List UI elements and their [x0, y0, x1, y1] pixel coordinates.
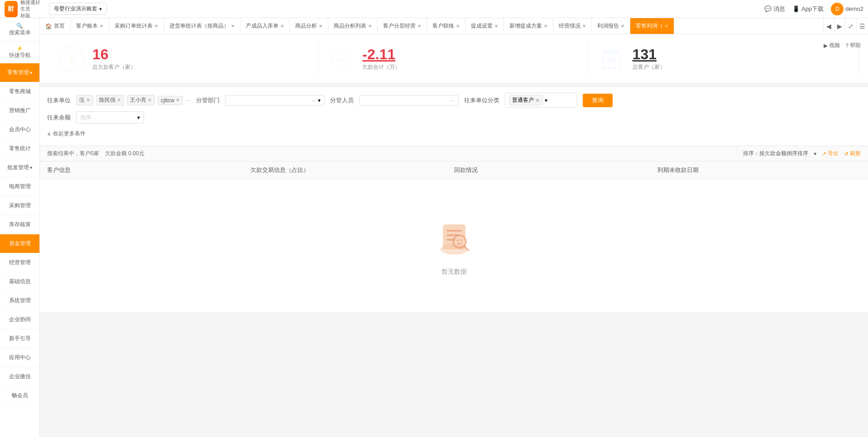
sidebar-item-vip[interactable]: 畅会员 — [0, 386, 39, 405]
tab-close-icon[interactable]: ✕ — [319, 24, 322, 28]
sidebar-search[interactable]: 🔍 搜索菜单 — [0, 18, 39, 42]
sidebar-item-wechat[interactable]: 企业微信 — [0, 367, 39, 386]
tab-add-commission[interactable]: 新增提成方案 ✕ — [504, 18, 553, 34]
badge-icon: ✦ — [328, 45, 355, 72]
messages-button[interactable]: 💬 消息 — [764, 5, 785, 13]
chevron-down-classify: ▾ — [545, 97, 547, 104]
tab-product-analysis[interactable]: 商品分析 ✕ — [290, 18, 328, 34]
filter-row-2: 往来余额 选择... ▾ — [47, 111, 861, 124]
tab-close-icon[interactable]: ✕ — [494, 24, 498, 28]
tab-purchase-stats[interactable]: 采购订单统计表 ✕ — [109, 18, 164, 34]
tab-home[interactable]: 🏠 首页 — [40, 18, 71, 34]
manager-select[interactable]: ··· — [359, 95, 459, 106]
sidebar-item-member[interactable]: 会员中心 — [0, 120, 39, 139]
tab-product-analysis-list[interactable]: 商品分析列表 ✕ — [328, 18, 378, 34]
th-debt: 欠款交易信息（占比） — [250, 166, 454, 174]
sidebar-item-inventory[interactable]: 库存核算 — [0, 215, 39, 234]
query-button[interactable]: 查询 — [583, 94, 613, 107]
tab-close-icon[interactable]: ✕ — [368, 24, 372, 28]
tab-menu[interactable]: ☰ — [856, 18, 868, 34]
sidebar-item-retail[interactable]: 零售管理 ▾ — [0, 63, 39, 82]
refresh-icon: ↺ — [844, 151, 849, 157]
tab-scroll-right[interactable]: ▶ — [834, 18, 845, 34]
sidebar-item-retail-stats[interactable]: 零售统计 — [0, 139, 39, 158]
sidebar-item-basic[interactable]: 基础信息 — [0, 272, 39, 291]
tab-customer-tier[interactable]: 客户分层经营 ✕ — [378, 18, 427, 34]
sidebar-item-label: 企业协同 — [9, 316, 31, 323]
sidebar-item-marketing[interactable]: 营销推广 — [0, 101, 39, 120]
classify-tag-close[interactable]: ✕ — [535, 97, 540, 104]
tab-customer-contact[interactable]: 客户联络 ✕ — [427, 18, 465, 34]
collapse-button[interactable]: ∧ 收起更多条件 — [47, 130, 861, 138]
sidebar-item-purchase[interactable]: 采购管理 — [0, 196, 39, 215]
filter-tag-wang[interactable]: 王小亮 ✕ — [127, 95, 155, 105]
tab-close-icon[interactable]: ✕ — [456, 24, 460, 28]
workspace-selector[interactable]: 母婴行业演示账套 ▾ — [49, 3, 107, 15]
tab-close-icon[interactable]: ✕ — [544, 24, 547, 28]
sidebar-item-collab[interactable]: 企业协同 — [0, 310, 39, 329]
svg-rect-4 — [603, 52, 620, 68]
classify-select[interactable]: 普通客户 ✕ ▾ — [505, 93, 577, 108]
filter-more-btn[interactable]: ··· — [186, 97, 191, 104]
tag-close-wang[interactable]: ✕ — [148, 97, 152, 103]
stat-label-customers: 总欠款客户（家） — [92, 63, 136, 71]
refresh-button[interactable]: ↺ 刷新 — [844, 150, 861, 157]
filter-tag-cjttcw[interactable]: cjttcw ✕ — [158, 96, 183, 105]
sidebar-item-operations[interactable]: 经营管理 — [0, 253, 39, 272]
tab-profit-report[interactable]: 利润报告 ✕ — [592, 18, 630, 34]
tab-retail-profit[interactable]: 零售利润（ ✕ — [630, 18, 674, 34]
app-download-button[interactable]: 📱 App下载 — [792, 5, 824, 13]
tab-customer-ledger[interactable]: 客户账本 ✕ — [71, 18, 109, 34]
tab-business-status[interactable]: 经营情况 ✕ — [553, 18, 592, 34]
sidebar-item-retail-mall[interactable]: 零售商城 — [0, 82, 39, 101]
chevron-icon: ▾ — [30, 165, 32, 170]
sidebar-item-finance[interactable]: 资金管理 — [0, 234, 39, 253]
sidebar-item-guide[interactable]: 新手引导 — [0, 329, 39, 348]
tab-commission-settings[interactable]: 提成设置 ✕ — [465, 18, 504, 34]
tag-close-chen[interactable]: ✕ — [117, 97, 121, 103]
tab-close-icon[interactable]: ✕ — [154, 24, 158, 28]
dept-filter-label: 分管部门 — [196, 96, 220, 104]
balance-select[interactable]: 选择... ▾ — [76, 111, 144, 124]
filter-tag-chen[interactable]: 陈民强 ✕ — [96, 95, 124, 105]
sidebar-item-system[interactable]: 系统管理 — [0, 291, 39, 310]
tab-close-icon[interactable]: ✕ — [417, 24, 421, 28]
sidebar-item-wholesale[interactable]: 批发管理 ▾ — [0, 158, 39, 177]
unit-filter-label: 往来单位 — [47, 96, 71, 104]
sidebar-item-label: 营销推广 — [9, 107, 31, 114]
tab-scroll-left[interactable]: ◀ — [823, 18, 834, 34]
stats-row: ¥ 16 总欠款客户（家） ✦ — [40, 34, 868, 84]
tab-close-icon[interactable]: ✕ — [582, 24, 586, 28]
tab-close-icon[interactable]: ✕ — [621, 24, 624, 28]
collapse-area: ∧ 收起更多条件 — [47, 127, 861, 140]
chevron-icon: ▾ — [30, 70, 32, 75]
user-profile[interactable]: D demo2 — [831, 3, 863, 15]
tab-inbound-stats[interactable]: 进货单统计表（按商品） ✕ — [164, 18, 240, 34]
video-icon: ▶ — [824, 43, 828, 49]
page-content: ¥ 16 总欠款客户（家） ✦ — [40, 34, 868, 437]
balance-filter-label: 往来余额 — [47, 114, 71, 122]
sidebar-item-label: 批发管理 — [7, 164, 29, 171]
tab-maximize[interactable]: ⤢ — [845, 18, 856, 34]
sidebar-item-apps[interactable]: 应用中心 — [0, 348, 39, 367]
export-button[interactable]: ↗ 导出 — [822, 150, 839, 157]
tag-close-wu[interactable]: ✕ — [86, 97, 90, 103]
tab-product-inbound[interactable]: 产成品入库单 ✕ — [240, 18, 290, 34]
tab-close-icon[interactable]: ✕ — [100, 24, 103, 28]
tag-close-cjttcw[interactable]: ✕ — [176, 97, 180, 103]
filter-tag-wu[interactable]: 伍 ✕ — [76, 95, 93, 105]
sidebar-quick-nav[interactable]: ⚡ 快捷导航 — [0, 42, 39, 63]
tab-close-icon[interactable]: ✕ — [280, 24, 284, 28]
tab-close-icon[interactable]: ✕ — [665, 24, 668, 28]
tab-close-icon[interactable]: ✕ — [231, 24, 235, 28]
tab-bar: 🏠 首页 客户账本 ✕ 采购订单统计表 ✕ 进货单统计表（按商品） ✕ 产成品入… — [40, 18, 868, 34]
top-right: 💬 消息 📱 App下载 D demo2 — [764, 3, 863, 15]
sidebar-item-label: 新手引导 — [9, 335, 31, 342]
svg-point-15 — [457, 239, 459, 241]
svg-rect-6 — [613, 50, 618, 59]
dept-select[interactable]: ··· ▾ — [225, 95, 325, 106]
sidebar-item-ecommerce[interactable]: 电商管理 — [0, 177, 39, 196]
export-icon: ↗ — [822, 151, 826, 157]
help-button[interactable]: ? 帮助 — [845, 42, 861, 49]
video-button[interactable]: ▶ 视频 — [824, 42, 840, 49]
